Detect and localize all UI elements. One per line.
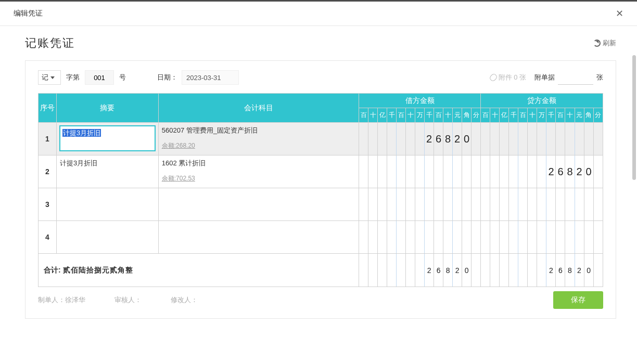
credit-digit-cell[interactable] bbox=[500, 254, 509, 287]
credit-digit-cell[interactable] bbox=[481, 254, 490, 287]
debit-digit-cell[interactable] bbox=[378, 123, 387, 155]
debit-digit-cell[interactable] bbox=[406, 155, 415, 188]
credit-digit-cell[interactable] bbox=[528, 188, 537, 221]
credit-digit-cell[interactable] bbox=[537, 188, 546, 221]
credit-digit-cell[interactable] bbox=[481, 123, 490, 155]
credit-digit-cell[interactable] bbox=[490, 221, 500, 254]
debit-digit-cell[interactable] bbox=[472, 254, 481, 287]
summary-cell[interactable]: 计提3月折旧 bbox=[57, 155, 159, 188]
credit-digit-cell[interactable] bbox=[537, 155, 546, 188]
account-cell[interactable]: 1602 累计折旧余额:702.53 bbox=[158, 155, 359, 188]
debit-digit-cell[interactable] bbox=[359, 221, 368, 254]
credit-digit-cell[interactable] bbox=[518, 188, 528, 221]
credit-digit-cell[interactable] bbox=[575, 188, 584, 221]
debit-digit-cell[interactable]: 2 bbox=[453, 254, 462, 287]
voucher-type-select[interactable]: 记 bbox=[38, 70, 61, 85]
summary-cell[interactable] bbox=[57, 188, 159, 221]
debit-digit-cell[interactable] bbox=[434, 188, 443, 221]
balance-link[interactable]: 余额:702.53 bbox=[162, 174, 195, 183]
debit-digit-cell[interactable] bbox=[425, 221, 434, 254]
credit-digit-cell[interactable] bbox=[556, 123, 565, 155]
debit-digit-cell[interactable] bbox=[397, 155, 406, 188]
credit-digit-cell[interactable] bbox=[500, 155, 509, 188]
credit-digit-cell[interactable] bbox=[593, 221, 603, 254]
debit-digit-cell[interactable] bbox=[387, 155, 397, 188]
credit-digit-cell[interactable] bbox=[481, 188, 490, 221]
credit-digit-cell[interactable] bbox=[518, 254, 528, 287]
debit-digit-cell[interactable] bbox=[453, 155, 462, 188]
date-input[interactable]: 2023-03-31 bbox=[182, 70, 239, 85]
credit-digit-cell[interactable]: 0 bbox=[584, 254, 593, 287]
credit-digit-cell[interactable] bbox=[518, 155, 528, 188]
debit-digit-cell[interactable] bbox=[434, 221, 443, 254]
debit-digit-cell[interactable] bbox=[443, 221, 453, 254]
attachment-link[interactable]: 附件 0 张 bbox=[490, 73, 526, 82]
credit-digit-cell[interactable] bbox=[518, 123, 528, 155]
credit-digit-cell[interactable] bbox=[546, 123, 556, 155]
credit-digit-cell[interactable] bbox=[528, 254, 537, 287]
debit-digit-cell[interactable]: 2 bbox=[425, 254, 434, 287]
credit-digit-cell[interactable] bbox=[575, 221, 584, 254]
debit-digit-cell[interactable] bbox=[368, 123, 378, 155]
debit-digit-cell[interactable]: 6 bbox=[434, 254, 443, 287]
debit-digit-cell[interactable] bbox=[397, 188, 406, 221]
debit-digit-cell[interactable] bbox=[472, 155, 481, 188]
debit-digit-cell[interactable] bbox=[406, 123, 415, 155]
credit-digit-cell[interactable] bbox=[481, 155, 490, 188]
debit-digit-cell[interactable] bbox=[425, 188, 434, 221]
debit-digit-cell[interactable] bbox=[415, 123, 425, 155]
debit-digit-cell[interactable] bbox=[453, 221, 462, 254]
bill-count-input[interactable] bbox=[558, 70, 593, 85]
debit-digit-cell[interactable] bbox=[406, 254, 415, 287]
credit-digit-cell[interactable] bbox=[509, 221, 518, 254]
credit-digit-cell[interactable]: 8 bbox=[565, 155, 575, 188]
credit-digit-cell[interactable] bbox=[565, 221, 575, 254]
credit-digit-cell[interactable] bbox=[509, 155, 518, 188]
debit-digit-cell[interactable] bbox=[368, 221, 378, 254]
debit-digit-cell[interactable]: 8 bbox=[443, 123, 453, 155]
debit-digit-cell[interactable] bbox=[368, 155, 378, 188]
debit-digit-cell[interactable] bbox=[368, 188, 378, 221]
credit-digit-cell[interactable] bbox=[593, 155, 603, 188]
debit-digit-cell[interactable] bbox=[472, 188, 481, 221]
summary-input[interactable]: 计提3月折旧 bbox=[59, 125, 156, 151]
credit-digit-cell[interactable] bbox=[490, 155, 500, 188]
credit-digit-cell[interactable] bbox=[509, 188, 518, 221]
summary-cell[interactable]: 计提3月折旧 bbox=[57, 123, 159, 155]
debit-digit-cell[interactable] bbox=[462, 188, 472, 221]
credit-digit-cell[interactable] bbox=[528, 123, 537, 155]
account-cell[interactable] bbox=[158, 221, 359, 254]
credit-digit-cell[interactable] bbox=[546, 221, 556, 254]
scrollbar[interactable] bbox=[632, 55, 636, 180]
credit-digit-cell[interactable] bbox=[500, 123, 509, 155]
credit-digit-cell[interactable] bbox=[593, 254, 603, 287]
debit-digit-cell[interactable] bbox=[415, 188, 425, 221]
refresh-button[interactable]: 刷新 bbox=[593, 38, 616, 48]
debit-digit-cell[interactable] bbox=[378, 188, 387, 221]
credit-digit-cell[interactable]: 2 bbox=[546, 254, 556, 287]
debit-digit-cell[interactable] bbox=[415, 254, 425, 287]
debit-digit-cell[interactable] bbox=[472, 221, 481, 254]
debit-digit-cell[interactable] bbox=[387, 254, 397, 287]
debit-digit-cell[interactable] bbox=[359, 123, 368, 155]
debit-digit-cell[interactable] bbox=[387, 123, 397, 155]
debit-digit-cell[interactable]: 0 bbox=[462, 123, 472, 155]
debit-digit-cell[interactable] bbox=[378, 155, 387, 188]
credit-digit-cell[interactable] bbox=[509, 123, 518, 155]
debit-digit-cell[interactable] bbox=[472, 123, 481, 155]
credit-digit-cell[interactable] bbox=[518, 221, 528, 254]
credit-digit-cell[interactable] bbox=[546, 188, 556, 221]
account-cell[interactable] bbox=[158, 188, 359, 221]
credit-digit-cell[interactable] bbox=[575, 123, 584, 155]
debit-digit-cell[interactable] bbox=[359, 188, 368, 221]
credit-digit-cell[interactable] bbox=[490, 254, 500, 287]
credit-digit-cell[interactable] bbox=[528, 155, 537, 188]
credit-digit-cell[interactable] bbox=[537, 123, 546, 155]
credit-digit-cell[interactable] bbox=[565, 123, 575, 155]
debit-digit-cell[interactable] bbox=[397, 221, 406, 254]
summary-cell[interactable] bbox=[57, 221, 159, 254]
debit-digit-cell[interactable] bbox=[434, 155, 443, 188]
account-cell[interactable]: 560207 管理费用_固定资产折旧余额:268.20 bbox=[158, 123, 359, 155]
credit-digit-cell[interactable] bbox=[490, 188, 500, 221]
debit-digit-cell[interactable] bbox=[425, 155, 434, 188]
